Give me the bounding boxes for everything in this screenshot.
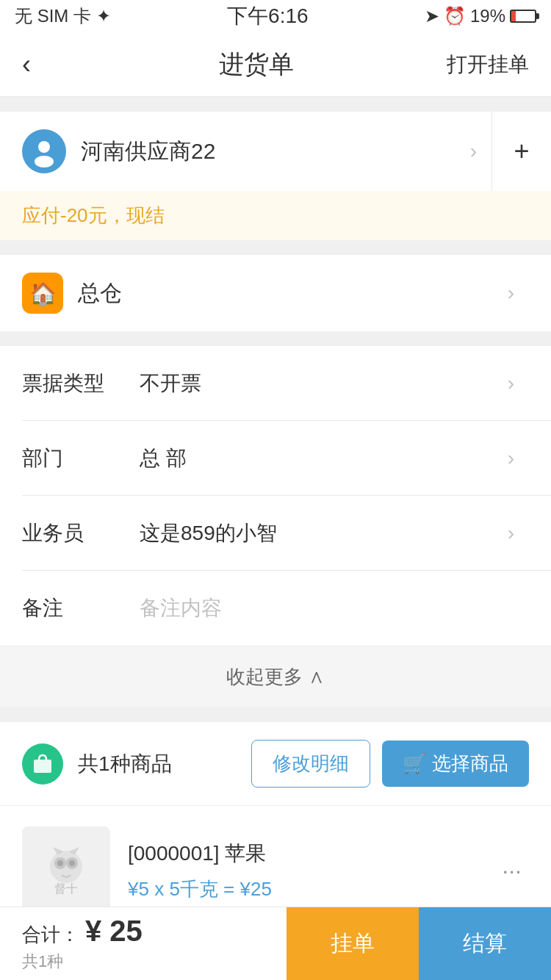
product-title: 苹果: [225, 842, 266, 865]
product-quantity: 5千克: [169, 878, 217, 900]
dept-value: 总 部: [125, 444, 508, 472]
page-title: 进货单: [219, 48, 294, 82]
select-product-label: 选择商品: [432, 751, 508, 777]
product-thumbnail: 督十: [22, 826, 110, 915]
supplier-selector[interactable]: 河南供应商22 ›: [0, 112, 492, 191]
salesperson-value: 这是859的小智: [125, 519, 508, 547]
person-icon: [28, 135, 60, 167]
status-left: 无 SIM 卡 ✦: [15, 4, 111, 28]
alarm-icon: ⏰: [444, 6, 466, 26]
svg-point-7: [69, 860, 75, 866]
ticket-type-label: 票据类型: [22, 370, 125, 397]
select-product-button[interactable]: 🛒 选择商品: [382, 741, 529, 787]
total-label: 合计：: [22, 922, 79, 948]
salesperson-chevron-icon: ›: [508, 522, 529, 545]
total-amount: ¥ 25: [85, 915, 143, 948]
add-supplier-button[interactable]: +: [492, 112, 551, 191]
product-price: ¥5 x 5千克 = ¥25: [128, 876, 477, 902]
dept-label: 部门: [22, 444, 125, 472]
bottom-bar: 合计： ¥ 25 共1种 挂单 结算: [0, 907, 551, 980]
form-section: 票据类型 不开票 › 部门 总 部 › 业务员 这是859的小智 › 备注 备注…: [0, 346, 551, 646]
salesperson-label: 业务员: [22, 519, 125, 547]
ticket-type-chevron-icon: ›: [508, 372, 529, 395]
svg-point-3: [50, 851, 82, 883]
svg-point-0: [38, 141, 50, 153]
section-gap-2: [0, 240, 551, 255]
section-gap-3: [0, 331, 551, 346]
location-icon: ➤: [425, 6, 439, 26]
dept-row[interactable]: 部门 总 部 ›: [0, 421, 551, 496]
dept-chevron-icon: ›: [508, 447, 529, 470]
svg-point-6: [57, 860, 63, 866]
svg-text:督十: 督十: [54, 882, 78, 895]
cart-icon: 🛒: [403, 752, 426, 775]
product-unit-price: ¥5: [128, 878, 149, 900]
ticket-type-row[interactable]: 票据类型 不开票 ›: [0, 346, 551, 421]
collapse-button[interactable]: 收起更多 ∧: [0, 646, 551, 707]
supplier-name: 河南供应商22: [81, 137, 470, 167]
products-header: 共1种商品 修改明细 🛒 选择商品: [0, 722, 551, 805]
ticket-type-value: 不开票: [125, 370, 508, 397]
sim-status: 无 SIM 卡 ✦: [15, 4, 111, 28]
open-pending-button[interactable]: 打开挂单: [447, 51, 529, 79]
edit-detail-button[interactable]: 修改明细: [251, 740, 370, 788]
product-owl-icon: 督十: [37, 841, 96, 900]
bag-icon: [31, 752, 54, 776]
checkout-button[interactable]: 结算: [419, 907, 551, 981]
product-name: [0000001] 苹果: [128, 840, 477, 868]
product-more-button[interactable]: ···: [494, 857, 529, 884]
status-bar: 无 SIM 卡 ✦ 下午6:16 ➤ ⏰ 19%: [0, 0, 551, 32]
product-total: ¥25: [240, 878, 272, 900]
battery-level: 19%: [470, 6, 505, 26]
supplier-section: 河南供应商22 › +: [0, 112, 551, 191]
back-button[interactable]: ‹: [22, 49, 66, 80]
total-section: 合计： ¥ 25 共1种: [0, 915, 287, 973]
svg-rect-2: [34, 760, 51, 773]
warehouse-icon: 🏠: [22, 273, 63, 314]
warehouse-name: 总仓: [78, 278, 508, 309]
hang-order-button[interactable]: 挂单: [287, 907, 419, 981]
warehouse-section[interactable]: 🏠 总仓 ›: [0, 255, 551, 331]
supplier-avatar: [22, 129, 66, 173]
product-code: [0000001]: [128, 842, 220, 865]
section-gap-1: [0, 97, 551, 112]
salesperson-row[interactable]: 业务员 这是859的小智 ›: [0, 496, 551, 571]
product-info: [0000001] 苹果 ¥5 x 5千克 = ¥25: [128, 840, 477, 902]
nav-bar: ‹ 进货单 打开挂单: [0, 32, 551, 97]
supplier-chevron-icon: ›: [470, 140, 491, 163]
status-time: 下午6:16: [227, 2, 309, 30]
remark-label: 备注: [22, 594, 125, 622]
battery-icon: [510, 10, 536, 23]
products-count-label: 共1种商品: [78, 750, 251, 778]
remark-placeholder: 备注内容: [125, 594, 529, 622]
products-icon: [22, 743, 63, 785]
remark-row[interactable]: 备注 备注内容: [0, 571, 551, 646]
supplier-notice: 应付-20元，现结: [0, 191, 551, 240]
total-count: 共1种: [22, 951, 264, 973]
svg-point-1: [35, 156, 54, 167]
status-right: ➤ ⏰ 19%: [425, 6, 536, 26]
warehouse-chevron-icon: ›: [508, 281, 529, 305]
